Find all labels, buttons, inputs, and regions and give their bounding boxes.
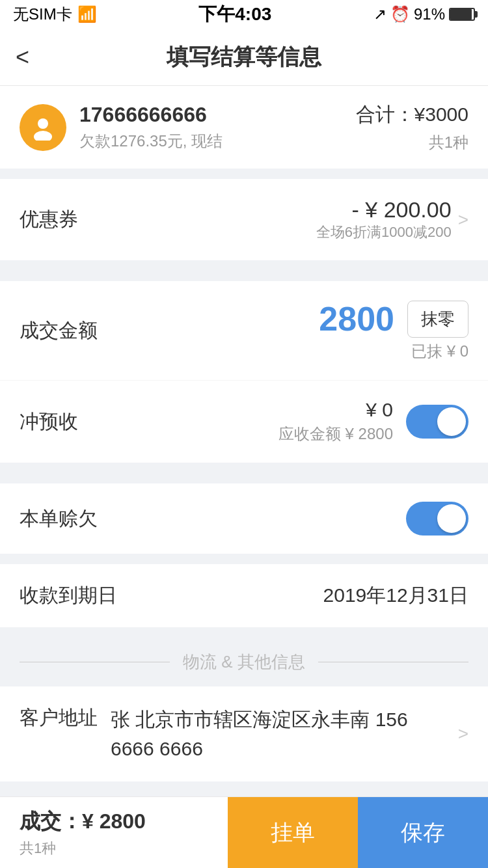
deal-value-right: 2800 抹零 [319, 299, 468, 338]
logistics-divider: 物流 & 其他信息 [0, 638, 488, 686]
status-bar: 无SIM卡 📶 下午4:03 ↗ ⏰ 91% [0, 0, 488, 29]
bottom-count: 共1种 [20, 839, 208, 858]
deal-label: 成交金额 [20, 318, 98, 344]
nav-bar: < 填写结算等信息 [0, 29, 488, 86]
coupon-info: - ¥ 200.00 全场6折满1000减200 [316, 197, 452, 242]
debt-row: 本单赊欠 [0, 483, 488, 554]
due-date-label: 收款到期日 [20, 582, 117, 609]
bottom-amount: ¥ 2800 [82, 809, 146, 833]
deal-amount-row: 成交金额 2800 抹零 已抹 ¥ 0 [0, 281, 488, 381]
svg-point-1 [34, 131, 52, 141]
section-divider-2 [0, 473, 488, 483]
alarm-icon: ⏰ [390, 5, 410, 23]
deal-sub: 已抹 ¥ 0 [319, 341, 468, 362]
debt-label: 本单赊欠 [20, 506, 98, 532]
due-date-value: 2019年12月31日 [323, 582, 468, 609]
status-left: 无SIM卡 📶 [13, 4, 97, 25]
address-row: 客户地址 张 北京市市辖区海淀区永丰南 156 6666 6666 > [0, 686, 488, 781]
content: 17666666666 欠款1276.35元, 现结 合计：¥3000 共1种 … [0, 86, 488, 868]
address-value: 张 北京市市辖区海淀区永丰南 156 6666 6666 [111, 705, 452, 763]
prepay-toggle[interactable] [406, 405, 468, 439]
logistics-line-right [318, 662, 468, 662]
deal-right: 2800 抹零 已抹 ¥ 0 [319, 299, 468, 362]
customer-phone: 17666666666 [79, 103, 223, 127]
logistics-text: 物流 & 其他信息 [183, 651, 305, 673]
debt-toggle-knob [437, 504, 466, 533]
total-amount: 合计：¥3000 [356, 102, 468, 128]
customer-sub: 欠款1276.35元, 现结 [79, 131, 223, 152]
due-date-section: 收款到期日 2019年12月31日 [0, 564, 488, 627]
chevron-right-icon: > [458, 210, 468, 230]
total-count: 共1种 [356, 132, 468, 153]
due-date-row: 收款到期日 2019年12月31日 [0, 564, 488, 627]
avatar [20, 104, 66, 151]
customer-info: 17666666666 欠款1276.35元, 现结 [79, 103, 223, 152]
logistics-line-left [20, 662, 170, 662]
prepay-label: 冲预收 [20, 409, 78, 435]
section-divider-1 [0, 271, 488, 281]
prepay-amount: ¥ 0 [278, 399, 393, 421]
svg-point-0 [38, 118, 48, 129]
back-button[interactable]: < [16, 44, 29, 71]
bottom-deal-label: 成交： [20, 809, 82, 833]
prepay-value: ¥ 0 应收金额 ¥ 2800 [278, 399, 393, 444]
prepay-sub: 应收金额 ¥ 2800 [278, 424, 393, 444]
prepay-row: 冲预收 ¥ 0 应收金额 ¥ 2800 [0, 381, 488, 463]
save-button[interactable]: 保存 [358, 797, 488, 869]
customer-left: 17666666666 欠款1276.35元, 现结 [20, 103, 223, 152]
location-icon: ↗ [373, 5, 386, 23]
customer-right: 合计：¥3000 共1种 [356, 102, 468, 153]
hold-button[interactable]: 挂单 [228, 797, 358, 869]
coupon-desc: 全场6折满1000减200 [316, 223, 452, 242]
deal-section: 成交金额 2800 抹零 已抹 ¥ 0 冲预收 ¥ 0 应收金额 ¥ 2800 [0, 281, 488, 463]
coupon-section[interactable]: 优惠券 - ¥ 200.00 全场6折满1000减200 > [0, 179, 488, 260]
bottom-bar: 成交：¥ 2800 共1种 挂单 保存 [0, 796, 488, 868]
coupon-discount: - ¥ 200.00 [316, 197, 452, 223]
wifi-icon: 📶 [77, 5, 97, 23]
address-chevron-icon: > [458, 724, 468, 744]
status-time: 下午4:03 [198, 2, 271, 27]
prepay-right: ¥ 0 应收金额 ¥ 2800 [278, 399, 468, 444]
bottom-deal: 成交：¥ 2800 [20, 807, 208, 836]
deal-amount: 2800 [319, 299, 394, 338]
round-zero-button[interactable]: 抹零 [407, 301, 468, 338]
battery-label: 91% [414, 5, 445, 23]
toggle-knob [437, 407, 466, 436]
bottom-summary: 成交：¥ 2800 共1种 [0, 807, 228, 858]
coupon-label: 优惠券 [20, 206, 78, 233]
customer-section: 17666666666 欠款1276.35元, 现结 合计：¥3000 共1种 [0, 86, 488, 169]
address-section[interactable]: 客户地址 张 北京市市辖区海淀区永丰南 156 6666 6666 > [0, 686, 488, 781]
debt-toggle[interactable] [406, 502, 468, 536]
debt-section: 本单赊欠 [0, 483, 488, 554]
page-title: 填写结算等信息 [167, 42, 321, 72]
coupon-right: - ¥ 200.00 全场6折满1000减200 > [316, 197, 468, 242]
address-label: 客户地址 [20, 705, 98, 731]
battery-icon [449, 8, 475, 21]
carrier-label: 无SIM卡 [13, 4, 72, 25]
status-right: ↗ ⏰ 91% [373, 5, 475, 23]
